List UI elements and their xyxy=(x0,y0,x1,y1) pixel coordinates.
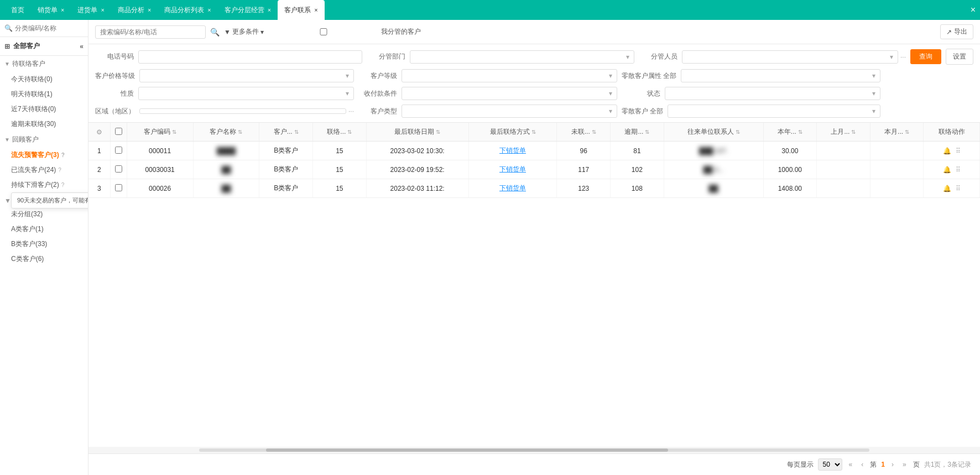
filter-region-select[interactable] xyxy=(139,108,346,114)
close-tab-customer-contact[interactable]: × xyxy=(314,7,317,13)
th-code[interactable]: 客户编码⇅ xyxy=(127,123,193,142)
more-actions-icon[interactable]: ⠿ xyxy=(956,147,961,155)
sidebar-search-input[interactable] xyxy=(15,24,88,32)
close-tab-customer-tier[interactable]: × xyxy=(268,7,271,13)
more-actions-icon[interactable]: ⠿ xyxy=(956,166,961,174)
cell-last-method[interactable]: 下销货单 xyxy=(468,179,557,198)
sidebar-item-today-contact[interactable]: 今天待联络(0) xyxy=(0,72,88,87)
chevron-down-icon: ▾ xyxy=(260,28,264,36)
export-button[interactable]: ↗ 导出 xyxy=(940,24,973,39)
sidebar-section-header-pending[interactable]: ▼ 待联络客户 xyxy=(0,56,88,72)
th-contact-person[interactable]: 往来单位联系人⇅ xyxy=(664,123,763,142)
first-page-button[interactable]: « xyxy=(847,461,855,468)
close-tab-purchase[interactable]: × xyxy=(101,7,104,13)
contact-icon[interactable]: 🔔 xyxy=(943,166,951,174)
filter-nature-select[interactable]: ▾ xyxy=(138,87,354,100)
export-icon: ↗ xyxy=(946,28,952,36)
th-current-year[interactable]: 本年...⇅ xyxy=(763,123,817,142)
sidebar-item-churn-warning[interactable]: 流失预警客户(3) ? xyxy=(0,148,88,163)
th-last-method[interactable]: 最后联络方式⇅ xyxy=(468,123,557,142)
sidebar-item-churned[interactable]: 已流失客户(24) ? xyxy=(0,163,88,178)
collapse-icon[interactable]: « xyxy=(80,43,84,50)
contact-icon[interactable]: 🔔 xyxy=(943,185,951,192)
more-actions-icon[interactable]: ⠿ xyxy=(956,185,961,192)
sidebar-search-icon: 🔍 xyxy=(4,24,13,32)
nav-tab-customer-tier[interactable]: 客户分层经营 × xyxy=(218,0,278,20)
nav-tab-salesorder[interactable]: 销货单 × xyxy=(31,0,71,20)
nav-tab-analysis-list[interactable]: 商品分析列表 × xyxy=(158,0,217,20)
search-input[interactable] xyxy=(95,25,206,39)
scroll-thumb[interactable] xyxy=(266,448,668,452)
filter-dept-select[interactable]: ▾ xyxy=(410,50,634,64)
sidebar-item-class-b[interactable]: B类客户(33) xyxy=(0,237,88,252)
filter-payment-select[interactable]: ▾ xyxy=(402,87,617,100)
cell-contact-count: 15 xyxy=(313,160,367,179)
last-page-button[interactable]: » xyxy=(900,461,909,468)
arrow-value: ▼ xyxy=(4,197,11,205)
close-tab-salesorder[interactable]: × xyxy=(61,7,64,13)
my-customers-checkbox[interactable] xyxy=(268,28,379,35)
nav-tab-purchase[interactable]: 进货单 × xyxy=(71,0,111,20)
th-current-month[interactable]: 本月...⇅ xyxy=(870,123,924,142)
cell-last-method[interactable]: 下销货单 xyxy=(468,142,557,160)
cell-last-method[interactable]: 下销货单 xyxy=(468,160,557,179)
sidebar-item-class-a[interactable]: A类客户(1) xyxy=(0,222,88,237)
th-not-contacted[interactable]: 未联...⇅ xyxy=(557,123,611,142)
filter-retail-customer-select[interactable]: ▾ xyxy=(668,105,880,118)
sidebar-item-overdue-contact[interactable]: 逾期未联络(30) xyxy=(0,117,88,132)
close-all-tabs[interactable]: × xyxy=(971,5,976,15)
nav-tab-analysis[interactable]: 商品分析 × xyxy=(111,0,158,20)
sidebar-section-header-review[interactable]: ▼ 回顾客户 xyxy=(0,132,88,148)
th-name[interactable]: 客户名称⇅ xyxy=(193,123,259,142)
my-customers-filter[interactable]: 我分管的客户 xyxy=(268,27,421,36)
th-last-date[interactable]: 最后联络日期⇅ xyxy=(366,123,468,142)
cell-current-month xyxy=(870,160,924,179)
settings-icon[interactable]: ⚙ xyxy=(96,128,102,136)
close-tab-analysis[interactable]: × xyxy=(148,7,151,13)
more-conditions-button[interactable]: ▼ 更多条件 ▾ xyxy=(224,27,264,36)
sidebar-item-7days-contact[interactable]: 近7天待联络(0) xyxy=(0,102,88,117)
search-button[interactable]: 🔍 xyxy=(210,28,220,36)
customer-type-arrow-icon: ▾ xyxy=(609,107,612,115)
contact-icon[interactable]: 🔔 xyxy=(943,147,951,155)
row-checkbox[interactable] xyxy=(115,165,122,173)
cell-overdue: 108 xyxy=(611,179,664,198)
filter-retail-attr-label: 零散客户属性 全部 xyxy=(622,71,676,81)
th-contact-count[interactable]: 联络...⇅ xyxy=(313,123,367,142)
per-page-select[interactable]: 50 xyxy=(818,458,842,471)
next-page-button[interactable]: › xyxy=(889,461,896,468)
cell-not-contacted: 96 xyxy=(557,142,611,160)
th-last-month[interactable]: 上月...⇅ xyxy=(817,123,870,142)
th-type[interactable]: 客户...⇅ xyxy=(259,123,313,142)
sidebar-item-class-c[interactable]: C类客户(6) xyxy=(0,252,88,267)
sidebar-item-declining[interactable]: 持续下滑客户(2) ? xyxy=(0,178,88,192)
nav-tab-customer-contact[interactable]: 客户联系 × xyxy=(278,0,324,20)
close-tab-analysis-list[interactable]: × xyxy=(207,7,211,13)
filter-row-2: 客户价格等级 ▾ 客户等级 ▾ 零散客户属性 全部 xyxy=(95,69,973,82)
sidebar-item-ungrouped[interactable]: 未分组(32) xyxy=(0,207,88,222)
nav-home[interactable]: 首页 xyxy=(4,0,31,20)
th-overdue[interactable]: 逾期...⇅ xyxy=(611,123,664,142)
filter-customer-type-select[interactable]: ▾ xyxy=(402,105,617,118)
filter-person-select[interactable]: ▾ xyxy=(682,50,898,64)
sidebar-all-customers[interactable]: ⊞ 全部客户 « xyxy=(0,37,88,56)
filter-nature-label: 性质 xyxy=(95,89,134,98)
row-checkbox[interactable] xyxy=(115,147,122,154)
region-more-icon[interactable]: ··· xyxy=(348,107,354,115)
cell-current-year: 30.00 xyxy=(763,142,817,160)
select-all-checkbox[interactable] xyxy=(115,128,122,135)
sidebar-item-tomorrow-contact[interactable]: 明天待联络(1) xyxy=(0,87,88,102)
prev-page-button[interactable]: ‹ xyxy=(859,461,866,468)
settings-button[interactable]: 设置 xyxy=(946,49,973,65)
sort-date-icon: ⇅ xyxy=(436,129,440,135)
filter-status-select[interactable]: ▾ xyxy=(665,87,880,100)
person-more-icon[interactable]: ··· xyxy=(900,53,906,61)
row-checkbox[interactable] xyxy=(115,184,122,191)
horizontal-scrollbar[interactable] xyxy=(88,447,980,453)
filter-retail-attr-select[interactable]: ▾ xyxy=(681,69,880,82)
query-button[interactable]: 查询 xyxy=(910,49,941,64)
th-settings[interactable]: ⚙ xyxy=(88,123,110,142)
filter-customer-grade-select[interactable]: ▾ xyxy=(402,69,617,82)
filter-price-grade-select[interactable]: ▾ xyxy=(139,69,354,82)
filter-phone-input[interactable] xyxy=(138,50,362,64)
